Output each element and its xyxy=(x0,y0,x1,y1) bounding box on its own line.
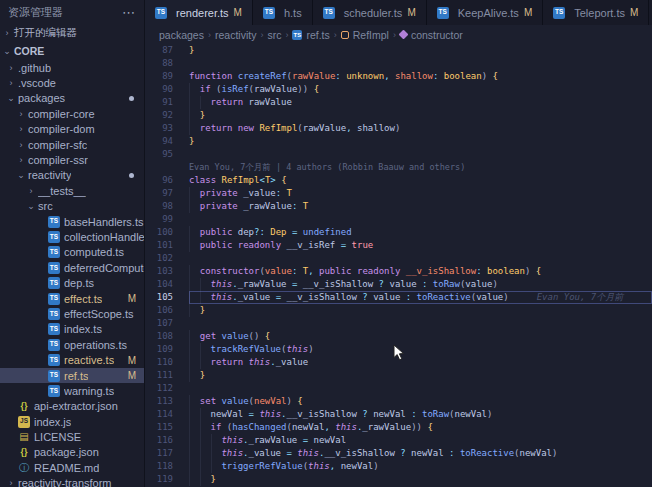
code-content[interactable]: } xyxy=(189,473,652,486)
codelens-blame[interactable]: Evan You, 7个月前 | 4 authors (Robbin Baauw… xyxy=(189,161,652,174)
code-content[interactable]: } xyxy=(189,44,652,57)
tree-item-dep.ts[interactable]: TSdep.ts xyxy=(0,275,144,290)
breadcrumb-item-RefImpl[interactable]: RefImpl xyxy=(341,29,389,41)
tab-Teleport.ts[interactable]: TSTeleport.tsM xyxy=(543,0,649,25)
tab-renderer.ts[interactable]: TSrenderer.tsM xyxy=(145,0,253,25)
line-number[interactable]: 89 xyxy=(145,70,173,83)
line-number[interactable]: 92 xyxy=(145,109,173,122)
tab-scheduler.ts[interactable]: TSscheduler.tsM xyxy=(313,0,427,25)
code-content[interactable]: return this._value xyxy=(189,356,652,369)
tree-item-operations.ts[interactable]: TSoperations.ts xyxy=(0,337,144,352)
line-number[interactable]: 98 xyxy=(145,200,173,213)
line-number[interactable]: 90 xyxy=(145,83,173,96)
line-number[interactable]: 94 xyxy=(145,135,173,148)
breadcrumb-item-packages[interactable]: packages xyxy=(159,29,204,41)
code-content[interactable]: public dep?: Dep = undefined xyxy=(189,226,652,239)
code-content[interactable]: return rawValue xyxy=(189,96,652,109)
tree-item-README.md[interactable]: ⓘREADME.md xyxy=(0,460,144,475)
line-number[interactable]: 100 xyxy=(145,226,173,239)
tree-item-ref.ts[interactable]: TSref.tsM xyxy=(0,368,144,383)
code-editor[interactable]: 87}8889function createRef(rawValue: unkn… xyxy=(145,44,652,487)
code-content[interactable]: this._value = this.__v_isShallow ? newVa… xyxy=(189,447,652,460)
line-number[interactable]: 101 xyxy=(145,239,173,252)
tree-item-effectScope.ts[interactable]: TSeffectScope.ts xyxy=(0,306,144,321)
code-content[interactable] xyxy=(189,57,652,70)
line-number[interactable]: 110 xyxy=(145,356,173,369)
line-number[interactable]: 91 xyxy=(145,96,173,109)
code-content[interactable]: } xyxy=(189,135,652,148)
line-number[interactable]: 103 xyxy=(145,265,173,278)
tree-item-LICENSE[interactable]: ▤LICENSE xyxy=(0,429,144,444)
line-number[interactable]: 109 xyxy=(145,343,173,356)
line-number[interactable]: 114 xyxy=(145,408,173,421)
line-number[interactable]: 117 xyxy=(145,447,173,460)
tree-item-reactive.ts[interactable]: TSreactive.tsM xyxy=(0,352,144,367)
tree-item-computed.ts[interactable]: TScomputed.ts xyxy=(0,245,144,260)
breadcrumb-item-reactivity[interactable]: reactivity xyxy=(215,29,256,41)
line-number[interactable]: 97 xyxy=(145,187,173,200)
tab-KeepAlive.ts[interactable]: TSKeepAlive.tsM xyxy=(427,0,544,25)
line-number[interactable]: 107 xyxy=(145,317,173,330)
tree-item-src[interactable]: ⌄src xyxy=(0,199,144,214)
tree-item-baseHandlers.ts[interactable]: TSbaseHandlers.ts xyxy=(0,214,144,229)
tree-item-reactivity-transform[interactable]: ›reactivity-transform xyxy=(0,476,144,487)
tree-item-compiler-dom[interactable]: ›compiler-dom xyxy=(0,122,144,137)
code-content[interactable]: this._value = __v_isShallow ? value : to… xyxy=(189,291,652,304)
workspace-section-core[interactable]: ⌄ CORE xyxy=(0,42,144,60)
code-content[interactable]: private _value: T xyxy=(189,187,652,200)
tab-h.ts[interactable]: TSh.ts xyxy=(253,0,313,25)
line-number[interactable]: 113 xyxy=(145,395,173,408)
code-content[interactable]: constructor(value: T, public readonly __… xyxy=(189,265,652,278)
code-content[interactable]: set value(newVal) { xyxy=(189,395,652,408)
line-number[interactable]: 95 xyxy=(145,148,173,161)
line-number[interactable]: 112 xyxy=(145,382,173,395)
code-content[interactable] xyxy=(189,382,652,395)
code-content[interactable] xyxy=(189,317,652,330)
tree-item-compiler-ssr[interactable]: ›compiler-ssr xyxy=(0,152,144,167)
line-number[interactable]: 119 xyxy=(145,473,173,486)
breadcrumb-item-ref.ts[interactable]: TSref.ts xyxy=(292,29,329,41)
tree-item-compiler-sfc[interactable]: ›compiler-sfc xyxy=(0,137,144,152)
line-number[interactable]: 105 xyxy=(145,291,173,304)
line-number[interactable]: 93 xyxy=(145,122,173,135)
code-content[interactable] xyxy=(189,213,652,226)
code-content[interactable]: if (isRef(rawValue)) { xyxy=(189,83,652,96)
line-number[interactable]: 115 xyxy=(145,421,173,434)
tree-item-index.js[interactable]: JSindex.js xyxy=(0,414,144,429)
code-content[interactable]: get value() { xyxy=(189,330,652,343)
tree-item-warning.ts[interactable]: TSwarning.ts xyxy=(0,383,144,398)
tree-item-compiler-core[interactable]: ›compiler-core xyxy=(0,106,144,121)
tree-item-package.json[interactable]: {}package.json xyxy=(0,445,144,460)
tree-item-index.ts[interactable]: TSindex.ts xyxy=(0,322,144,337)
tree-item-__tests__[interactable]: ›__tests__ xyxy=(0,183,144,198)
tree-item-.github[interactable]: ›.github xyxy=(0,60,144,75)
tree-item-collectionHandlers.ts[interactable]: TScollectionHandlers.ts xyxy=(0,229,144,244)
code-content[interactable]: triggerRefValue(this, newVal) xyxy=(189,460,652,473)
code-content[interactable] xyxy=(189,148,652,161)
line-number[interactable]: 96 xyxy=(145,174,173,187)
code-content[interactable]: public readonly __v_isRef = true xyxy=(189,239,652,252)
code-content[interactable]: newVal = this.__v_isShallow ? newVal : t… xyxy=(189,408,652,421)
line-number[interactable]: 88 xyxy=(145,57,173,70)
code-content[interactable]: return new RefImpl(rawValue, shallow) xyxy=(189,122,652,135)
tree-item-effect.ts[interactable]: TSeffect.tsM xyxy=(0,291,144,306)
tree-item-packages[interactable]: ⌄packages xyxy=(0,91,144,106)
line-number[interactable]: 118 xyxy=(145,460,173,473)
open-editors-section[interactable]: › 打开的编辑器 xyxy=(0,24,144,42)
line-number[interactable]: 104 xyxy=(145,278,173,291)
line-number[interactable]: 108 xyxy=(145,330,173,343)
line-number[interactable]: 116 xyxy=(145,434,173,447)
line-number[interactable]: 87 xyxy=(145,44,173,57)
code-content[interactable] xyxy=(189,252,652,265)
code-content[interactable]: } xyxy=(189,109,652,122)
code-content[interactable]: class RefImpl<T> { xyxy=(189,174,652,187)
code-content[interactable]: function createRef(rawValue: unknown, sh… xyxy=(189,70,652,83)
more-actions-icon[interactable]: ⋯ xyxy=(122,5,136,20)
tree-item-.vscode[interactable]: ›.vscode xyxy=(0,75,144,90)
code-content[interactable]: private _rawValue: T xyxy=(189,200,652,213)
code-content[interactable]: this._rawValue = __v_isShallow ? value :… xyxy=(189,278,652,291)
tree-item-reactivity[interactable]: ⌄reactivity xyxy=(0,168,144,183)
breadcrumb-item-constructor[interactable]: constructor xyxy=(400,29,463,41)
line-number[interactable]: 111 xyxy=(145,369,173,382)
line-number[interactable]: 106 xyxy=(145,304,173,317)
